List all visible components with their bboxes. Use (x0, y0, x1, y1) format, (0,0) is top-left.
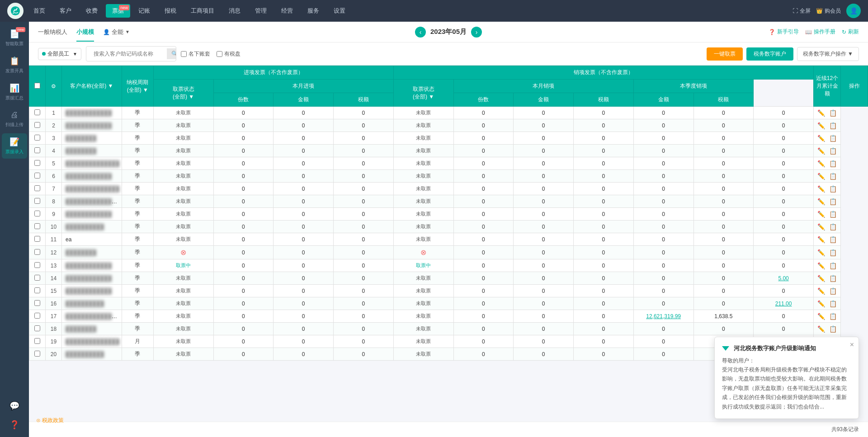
search-input[interactable] (90, 49, 165, 59)
copy-icon[interactable]: 📋 (829, 211, 837, 218)
own-accounts-checkbox[interactable] (181, 51, 187, 57)
row-checkbox[interactable] (34, 122, 40, 128)
row-checkbox[interactable] (34, 147, 40, 153)
copy-icon[interactable]: 📋 (829, 287, 837, 295)
tab-small-scale[interactable]: 小规模 (76, 23, 94, 42)
checkbox-tax-disk[interactable]: 有税盘 (217, 50, 241, 58)
copy-icon[interactable]: 📋 (829, 223, 837, 230)
copy-icon[interactable]: 📋 (829, 275, 837, 282)
sidebar-item-scan[interactable]: 🖨 扫描上传 (2, 107, 27, 132)
edit-icon[interactable]: ✏️ (817, 185, 825, 193)
row-checkbox[interactable] (34, 109, 40, 115)
nav-manage[interactable]: 管理 (249, 4, 273, 18)
copy-icon[interactable]: 📋 (829, 173, 837, 180)
copy-icon[interactable]: 📋 (829, 300, 837, 307)
sidebar-item-smart-ticket[interactable]: 📄 智能取票 new (2, 25, 27, 51)
copy-icon[interactable]: 📋 (829, 135, 837, 142)
copy-icon[interactable]: 📋 (829, 313, 837, 320)
edit-icon[interactable]: ✏️ (817, 109, 825, 117)
copy-icon[interactable]: 📋 (829, 236, 837, 243)
nav-business[interactable]: 工商项目 (184, 4, 221, 18)
nav-home[interactable]: 首页 (27, 4, 52, 18)
popup-close-btn[interactable]: × (850, 341, 854, 349)
copy-icon[interactable]: 📋 (829, 249, 837, 256)
nav-operation[interactable]: 经营 (275, 4, 299, 18)
row-checkbox[interactable] (34, 135, 40, 141)
tax-policy-hint[interactable]: ⊙ 税政政策 (36, 417, 64, 424)
row-checkbox[interactable] (34, 313, 40, 319)
row-checkbox[interactable] (34, 198, 40, 204)
sidebar-bottom-chat[interactable]: 💬 (2, 397, 27, 414)
row-checkbox[interactable] (34, 249, 40, 255)
row-checkbox[interactable] (34, 275, 40, 281)
row-checkbox[interactable] (34, 338, 40, 344)
search-button[interactable]: 🔍 (167, 48, 176, 59)
tab-general-taxpayer[interactable]: 一般纳税人 (38, 23, 67, 42)
copy-icon[interactable]: 📋 (829, 262, 837, 269)
edit-icon[interactable]: ✏️ (817, 211, 825, 218)
next-month-btn[interactable]: › (471, 27, 482, 38)
digital-account-btn[interactable]: 税务数字账户 (746, 47, 793, 61)
sidebar-item-entry[interactable]: 📝 票据录入 (2, 133, 27, 159)
edit-icon[interactable]: ✏️ (817, 325, 825, 333)
sidebar-bottom-help[interactable]: ❓ (2, 416, 27, 433)
row-checkbox[interactable] (34, 351, 40, 357)
row-checkbox[interactable] (34, 236, 40, 242)
nav-tax[interactable]: 报税 (158, 4, 183, 18)
total-12month-cell[interactable]: 5.00 (754, 272, 814, 285)
employee-select[interactable]: 全部员工 ▼ (38, 48, 81, 60)
nav-client[interactable]: 客户 (53, 4, 78, 18)
tax-period-header[interactable]: 纳税周期(全部) ▼ (122, 66, 153, 107)
nav-settings[interactable]: 设置 (327, 4, 352, 18)
edit-icon[interactable]: ✏️ (817, 249, 825, 256)
row-checkbox[interactable] (34, 287, 40, 293)
row-checkbox[interactable] (34, 262, 40, 268)
edit-icon[interactable]: ✏️ (817, 300, 825, 307)
row-checkbox[interactable] (34, 211, 40, 216)
fullscreen-btn[interactable]: ⛶ 全屏 (793, 7, 811, 15)
copy-icon[interactable]: 📋 (829, 198, 837, 205)
sidebar-item-summary[interactable]: 📊 票据汇总 (2, 80, 27, 105)
copy-icon[interactable]: 📋 (829, 325, 837, 333)
edit-icon[interactable]: ✏️ (817, 198, 825, 205)
client-name-header[interactable]: 客户名称(全部) ▼ (62, 66, 122, 107)
nav-invoice[interactable]: 票据 new (106, 4, 130, 18)
nav-service[interactable]: 服务 (301, 4, 326, 18)
nav-message[interactable]: 消息 (222, 4, 247, 18)
row-checkbox[interactable] (34, 185, 40, 191)
copy-icon[interactable]: 📋 (829, 185, 837, 193)
one-click-ticket-btn[interactable]: 一键取票 (707, 47, 743, 61)
copy-icon[interactable]: 📋 (829, 122, 837, 129)
guide-btn[interactable]: ❓ 新手引导 (769, 28, 799, 36)
manual-btn[interactable]: 📖 操作手册 (805, 28, 835, 36)
digital-ops-btn[interactable]: 税务数字账户操作 ▼ (797, 47, 859, 61)
nav-fee[interactable]: 收费 (80, 4, 104, 18)
total-12month-cell[interactable]: 211.00 (754, 297, 814, 310)
sidebar-item-open-invoice[interactable]: 📋 发票开具 (2, 52, 27, 78)
row-checkbox[interactable] (34, 160, 40, 166)
edit-icon[interactable]: ✏️ (817, 275, 825, 282)
edit-icon[interactable]: ✏️ (817, 135, 825, 142)
output-status-header[interactable]: 取票状态(全部) ▼ (393, 80, 453, 107)
edit-icon[interactable]: ✏️ (817, 173, 825, 180)
edit-icon[interactable]: ✏️ (817, 122, 825, 129)
select-all-checkbox[interactable] (34, 83, 40, 89)
input-status-header[interactable]: 取票状态(全部) ▼ (153, 80, 213, 107)
edit-icon[interactable]: ✏️ (817, 160, 825, 167)
quarterly-amount-cell[interactable]: 12,621,319.99 (633, 310, 693, 323)
nav-bookkeeping[interactable]: 记账 (132, 4, 156, 18)
edit-icon[interactable]: ✏️ (817, 313, 825, 320)
vip-btn[interactable]: 👑 购会员 (816, 7, 841, 15)
copy-icon[interactable]: 📋 (829, 147, 837, 155)
tab-all[interactable]: 👤 全能 ▼ (103, 23, 130, 42)
row-checkbox[interactable] (34, 173, 40, 179)
row-checkbox[interactable] (34, 300, 40, 306)
refresh-btn[interactable]: ↻ 刷新 (842, 28, 859, 36)
tax-disk-checkbox[interactable] (217, 51, 222, 57)
edit-icon[interactable]: ✏️ (817, 262, 825, 269)
copy-icon[interactable]: 📋 (829, 160, 837, 167)
prev-month-btn[interactable]: ‹ (415, 27, 426, 38)
copy-icon[interactable]: 📋 (829, 109, 837, 117)
row-checkbox[interactable] (34, 325, 40, 331)
edit-icon[interactable]: ✏️ (817, 236, 825, 243)
